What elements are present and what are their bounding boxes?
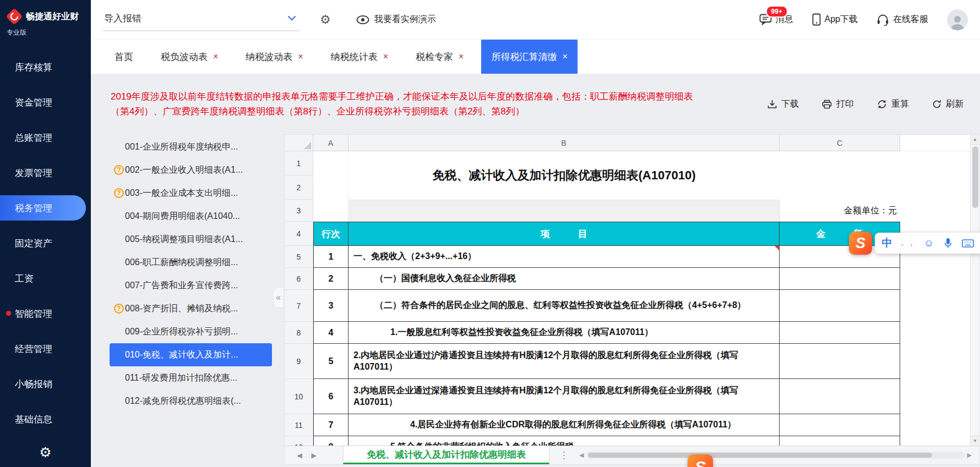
help-icon[interactable]: ? — [114, 188, 124, 198]
horizontal-scroll-track[interactable] — [586, 452, 964, 459]
import-error-dropdown[interactable]: 导入报错 — [103, 8, 300, 31]
sidebar-item[interactable]: 智能管理 — [0, 296, 91, 331]
row-number[interactable]: 1 — [285, 151, 313, 175]
sidebar-item[interactable]: 经营管理 — [0, 331, 91, 366]
microphone-icon[interactable] — [943, 238, 954, 249]
tab-close-icon[interactable]: × — [213, 52, 218, 62]
cell-item-text[interactable]: （二）符合条件的居民企业之间的股息、红利等权益性投资收益免征企业所得税（4+5+… — [349, 290, 780, 322]
sheet-prev-button[interactable]: ◀ — [292, 449, 307, 462]
report-list-item[interactable]: ? 011-研发费用加计扣除优惠... — [110, 366, 272, 389]
cell-item-text[interactable]: 5.符合条件的非营利组织的收入免征企业所得税 — [349, 436, 780, 446]
tab-close-icon[interactable]: × — [459, 52, 464, 62]
scroll-right-button[interactable]: ▶ — [967, 452, 972, 459]
sidebar-item[interactable]: 工资 — [0, 261, 91, 296]
tab[interactable]: 纳税统计表 × — [321, 40, 398, 74]
cell-amount[interactable] — [780, 322, 900, 344]
virtual-keyboard-icon[interactable] — [962, 239, 974, 248]
cell-amount[interactable] — [780, 268, 900, 290]
row-number[interactable]: 7 — [285, 290, 313, 322]
report-list-item[interactable]: ? 010-免税、减计收入及加计... — [110, 343, 272, 366]
row-number[interactable]: 9 — [285, 344, 313, 379]
vertical-scrollbar[interactable]: ▲ ▼ — [970, 135, 979, 446]
column-header-b[interactable]: B — [349, 135, 780, 151]
tab[interactable]: 首页 × — [105, 40, 143, 74]
row-number[interactable]: 8 — [285, 322, 313, 344]
print-button[interactable]: 打印 — [822, 98, 854, 110]
column-header-c[interactable]: C — [780, 135, 900, 151]
horizontal-scroll-thumb[interactable] — [588, 453, 932, 458]
ime-punctuation-toggle[interactable]: 。， — [901, 238, 915, 248]
report-list-item[interactable]: ? 002-一般企业收入明细表(A1... — [110, 158, 272, 182]
topbar-gear-icon[interactable]: ⚙ — [320, 13, 331, 27]
row-number[interactable]: 5 — [285, 246, 313, 268]
sogou-logo-icon[interactable]: S — [849, 232, 872, 255]
vertical-scroll-thumb[interactable] — [972, 146, 978, 208]
cell-c-title[interactable] — [780, 151, 900, 200]
cell-line-number[interactable]: 5 — [313, 344, 349, 379]
cell-line-number[interactable]: 2 — [313, 268, 349, 290]
refresh-button[interactable]: 刷新 — [932, 98, 963, 110]
tab-close-icon[interactable]: × — [562, 52, 567, 62]
help-icon[interactable]: ? — [114, 165, 124, 175]
cell-line-number[interactable]: 8 — [313, 436, 349, 446]
report-list-item[interactable]: ? 004-期间费用明细表(A1040... — [110, 205, 272, 228]
cell-amount[interactable] — [780, 414, 900, 436]
panel-collapse-button[interactable]: « — [273, 287, 283, 308]
cell-amount[interactable] — [780, 436, 900, 446]
sidebar-item[interactable]: 小畅报销 — [0, 366, 91, 402]
sidebar-item[interactable]: 总账管理 — [0, 120, 91, 155]
report-list-item[interactable]: ? 006-职工薪酬纳税调整明细... — [110, 251, 272, 274]
cell-amount[interactable] — [780, 290, 900, 322]
tab-close-icon[interactable]: × — [298, 52, 303, 62]
column-header-a[interactable]: A — [313, 135, 349, 151]
cell-item-text[interactable]: 一、免税收入（2+3+9+...+16） — [349, 246, 780, 268]
sheet-next-button[interactable]: ▶ — [307, 449, 321, 462]
cell-item-text[interactable]: 2.内地居民企业通过沪港通投资且连续持有H股满12个月取得的股息红利所得免征企业… — [349, 344, 780, 379]
report-list-item[interactable]: ? 005-纳税调整项目明细表(A1... — [110, 228, 272, 251]
help-icon[interactable]: ? — [114, 304, 124, 314]
cell-line-number[interactable]: 4 — [313, 322, 349, 344]
sheet-tab-active[interactable]: 免税、减计收入及加计扣除优惠明细表 — [343, 446, 549, 464]
row-number[interactable]: 10 — [285, 379, 313, 414]
sidebar-settings-gear-icon[interactable]: ⚙ — [39, 444, 51, 460]
sidebar-item[interactable]: 发票管理 — [0, 155, 91, 190]
cell-item-text[interactable]: 3.内地居民企业通过深港通投资且连续持有H股满12个月取得的股息红利所得免征企业… — [349, 379, 780, 414]
scroll-left-button[interactable]: ◀ — [579, 452, 584, 459]
row-number[interactable]: 3 — [285, 200, 313, 222]
sidebar-item[interactable]: 固定资产 — [0, 226, 91, 261]
report-list-item[interactable]: ? 007-广告费和业务宣传费跨... — [110, 274, 272, 297]
sidebar-item[interactable]: 基础信息 — [0, 402, 91, 437]
scroll-down-button[interactable]: ▼ — [971, 436, 980, 446]
emoji-icon[interactable]: ☺ — [923, 237, 934, 249]
sidebar-item[interactable]: 资金管理 — [0, 85, 91, 120]
report-list-item[interactable]: ? 008-资产折旧、摊销及纳税... — [110, 297, 272, 320]
recalculate-button[interactable]: 重算 — [877, 98, 909, 110]
sheet-title-cell[interactable]: 免税、减计收入及加计扣除优惠明细表(A107010) — [349, 151, 780, 200]
cell-amount[interactable] — [780, 379, 900, 414]
report-list-item[interactable]: ? 012-减免所得税优惠明细表(... — [110, 389, 272, 413]
row-number[interactable]: 2 — [285, 175, 313, 200]
tab[interactable]: 税负波动表 × — [151, 40, 228, 74]
download-button[interactable]: 下载 — [767, 98, 799, 110]
sidebar-item[interactable]: 库存核算 — [0, 50, 91, 85]
sidebar-item[interactable]: 税务管理 — [0, 190, 91, 226]
report-list-item[interactable]: ? 001-企业所得税年度纳税申... — [110, 135, 272, 158]
app-download-button[interactable]: App下载 — [812, 13, 858, 26]
cell-item-text[interactable]: 1.一般股息红利等权益性投资收益免征企业所得税（填写A107011） — [349, 322, 780, 344]
sheet-more-icon[interactable]: ⋮ — [558, 449, 569, 461]
cell-b3[interactable] — [349, 200, 780, 222]
report-list-item[interactable]: ? 009-企业所得税弥补亏损明... — [110, 320, 272, 343]
row-number[interactable]: 11 — [285, 414, 313, 436]
online-service-button[interactable]: 在线客服 — [876, 14, 928, 26]
row-number[interactable]: 6 — [285, 268, 313, 290]
ime-language-toggle[interactable]: 中 — [881, 236, 892, 250]
select-all-corner[interactable] — [285, 135, 313, 151]
row-number[interactable]: 12 — [285, 436, 313, 446]
unit-note-cell[interactable]: 金额单位：元 — [780, 200, 900, 222]
cell-item-text[interactable]: （一）国债利息收入免征企业所得税 — [349, 268, 780, 290]
tab-close-icon[interactable]: × — [383, 52, 388, 62]
messages-button[interactable]: 99+ 消息 — [759, 14, 793, 25]
cell-a-title[interactable] — [313, 151, 349, 200]
header-line-no[interactable]: 行次 — [313, 222, 349, 246]
cell-line-number[interactable]: 1 — [313, 246, 349, 268]
